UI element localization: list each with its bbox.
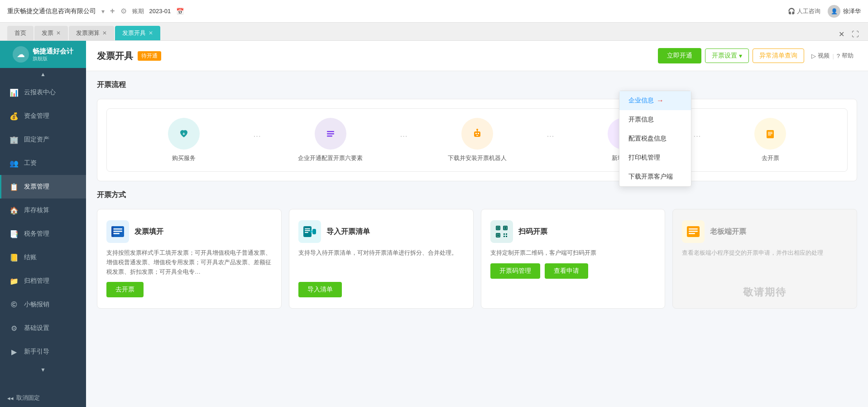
method-fill-header: 发票填开	[106, 220, 272, 243]
sidebar-item-gudong[interactable]: 🏢 固定资产	[0, 128, 86, 151]
svg-rect-43	[506, 236, 507, 237]
dropdown-item-printer[interactable]: 打印机管理	[619, 148, 691, 167]
method-fill-btn[interactable]: 去开票	[106, 282, 144, 297]
sidebar-item-zijin[interactable]: 💰 资金管理	[0, 104, 86, 128]
period-value: 2023-01	[149, 8, 171, 15]
sidebar-scroll-up[interactable]: ▲	[0, 68, 86, 81]
add-icon[interactable]: +	[110, 6, 115, 16]
kucun-icon: 🏠	[9, 205, 19, 216]
tab-fapiao-label: 发票	[42, 29, 53, 37]
svg-rect-25	[113, 231, 122, 232]
method-scan-header: 扫码开票	[490, 220, 656, 243]
method-import: 导入开票清单 支持导入待开票清单，可对待开票清单进行拆分、合并处理。 导入清单	[289, 209, 474, 309]
method-boss-desc: 查看老板端小程序提交的开票申请，并作出相应的处理	[682, 248, 848, 258]
tab-fapiao-kaiju-label: 发票开具	[122, 29, 146, 37]
dropdown-item-download-client-label: 下载开票客户端	[628, 173, 673, 181]
svg-rect-29	[305, 228, 310, 229]
disabled-overlay: 敬请期待	[673, 286, 857, 299]
sidebar-item-shuiwu[interactable]: 📑 税务管理	[0, 222, 86, 246]
svg-rect-4	[327, 133, 334, 135]
svg-rect-35	[497, 227, 499, 229]
svg-rect-24	[113, 228, 122, 230]
content-area: 发票开具 待开通 立即开通 开票设置 ▾ 异常清单查询 ▷ 视频 | ? 帮助	[86, 41, 868, 407]
headset-icon: 🎧	[788, 8, 795, 15]
sidebar-scroll-down[interactable]: ▼	[0, 363, 86, 376]
tab-fapiao-close[interactable]: ✕	[56, 30, 61, 36]
svg-rect-22	[768, 135, 771, 136]
sidebar-item-xiaochang-label: 小畅报销	[24, 300, 49, 309]
method-import-btn[interactable]: 导入清单	[298, 282, 342, 297]
tab-fapiao-cesuan[interactable]: 发票测算 ✕	[69, 26, 114, 40]
method-fill-icon	[106, 220, 129, 243]
invoice-icon	[762, 126, 778, 142]
method-import-header: 导入开票清单	[298, 220, 464, 243]
method-import-icon	[298, 220, 321, 243]
tab-fapiao[interactable]: 发票 ✕	[34, 26, 68, 40]
step-arrow-1: ···	[253, 131, 261, 141]
zijin-icon: 💰	[9, 111, 19, 121]
dropdown-item-invoice-info[interactable]: 开票信息	[619, 110, 691, 129]
dropdown-item-download-client[interactable]: 下载开票客户端	[619, 167, 691, 186]
settings-icon[interactable]: ⚙	[120, 7, 127, 15]
method-fill-desc: 支持按照发票样式手工填开发票；可开具增值税电子普通发票、增值税普通发票、增值税专…	[106, 248, 272, 276]
consult-button[interactable]: 🎧 人工咨询	[788, 7, 820, 15]
logo-icon: ☁	[13, 46, 29, 63]
svg-rect-10	[476, 135, 478, 136]
period-calendar-icon[interactable]: 📅	[176, 8, 184, 15]
sidebar-item-guidan-label: 归档管理	[24, 277, 49, 285]
jiezhang-icon: 📒	[9, 252, 19, 263]
step-arrow-3: ···	[547, 131, 554, 141]
method-scan-btn1[interactable]: 开票码管理	[490, 263, 540, 279]
method-scan-desc: 支持定制开票二维码，客户端可扫码开票	[490, 248, 656, 258]
tab-expand-btn[interactable]: ⛶	[850, 29, 861, 40]
import-icon	[302, 224, 317, 239]
svg-rect-8	[475, 133, 477, 134]
method-boss-title: 老板端开票	[710, 227, 746, 237]
methods-section: 开票方式 发票填开	[86, 190, 868, 318]
sidebar-item-kucun-label: 库存核算	[24, 206, 49, 214]
main-layout: ☁ 畅捷通好会计 旗舰版 ▲ 📊 云报表中心 💰 资金管理 🏢 固定资产 👥 工…	[0, 41, 868, 407]
method-boss-icon	[682, 220, 705, 243]
tab-fapiao-kaiju-close[interactable]: ✕	[149, 30, 153, 36]
sidebar-item-jichushezhi[interactable]: ⚙ 基础设置	[0, 316, 86, 340]
svg-rect-32	[312, 229, 316, 234]
user-info[interactable]: 👤 徐泽华	[828, 5, 861, 18]
method-boss: 老板端开票 查看老板端小程序提交的开票申请，并作出相应的处理 敬请期待	[672, 209, 857, 309]
tab-home[interactable]: 首页	[7, 26, 34, 40]
logo-cloud-icon: ☁	[17, 49, 25, 59]
company-name[interactable]: 重庆畅捷交通信息咨询有限公司	[7, 7, 96, 15]
avatar-icon: 👤	[831, 8, 838, 15]
user-name: 徐泽华	[843, 7, 861, 15]
header-actions: 立即开通 开票设置 ▾ 异常清单查询 ▷ 视频 | ? 帮助	[658, 48, 857, 63]
method-scan: 扫码开票 支持定制开票二维码，客户端可扫码开票 开票码管理 查看申请	[481, 209, 666, 309]
gongzi-icon: 👥	[9, 158, 19, 169]
exception-button[interactable]: 异常清单查询	[753, 48, 804, 63]
cancel-fixed-label: 取消固定	[16, 394, 40, 402]
svg-rect-39	[497, 234, 499, 237]
sidebar-item-jiezhang[interactable]: 📒 结账	[0, 246, 86, 269]
svg-rect-21	[768, 133, 772, 134]
tab-fapiao-kaiju[interactable]: 发票开具 ✕	[115, 26, 160, 40]
sidebar-item-fapiao[interactable]: 📋 发票管理	[0, 175, 86, 199]
tab-fapiao-cesuan-close[interactable]: ✕	[102, 30, 107, 36]
dropdown-item-enterprise[interactable]: 企业信息 →	[619, 91, 691, 110]
sidebar-item-fapiao-label: 发票管理	[24, 183, 49, 191]
sidebar-item-kucun[interactable]: 🏠 库存核算	[0, 199, 86, 222]
dropdown-icon[interactable]: ▾	[101, 8, 105, 15]
sidebar-item-guidan[interactable]: 📁 归档管理	[0, 269, 86, 293]
settings-button[interactable]: 开票设置 ▾	[705, 48, 749, 63]
sidebar-item-xiaochang[interactable]: © 小畅报销	[0, 293, 86, 316]
sidebar-cancel-fixed[interactable]: ◂◂ 取消固定	[0, 389, 86, 407]
guidan-icon: 📁	[9, 276, 19, 286]
sidebar-item-yunbao[interactable]: 📊 云报表中心	[0, 81, 86, 104]
method-scan-btn2[interactable]: 查看申请	[545, 263, 588, 279]
svg-rect-9	[478, 133, 479, 134]
video-help-button[interactable]: ▷ 视频 | ? 帮助	[808, 49, 857, 63]
sidebar-item-gudong-label: 固定资产	[24, 136, 49, 144]
dropdown-item-tax-config[interactable]: 配置税盘信息	[619, 129, 691, 148]
activate-button[interactable]: 立即开通	[658, 48, 701, 63]
video-label: 视频	[818, 52, 830, 60]
sidebar-item-xinshou[interactable]: ▶ 新手引导	[0, 340, 86, 363]
tab-close-btn[interactable]: ✕	[837, 28, 846, 40]
sidebar-item-gongzi[interactable]: 👥 工资	[0, 151, 86, 175]
